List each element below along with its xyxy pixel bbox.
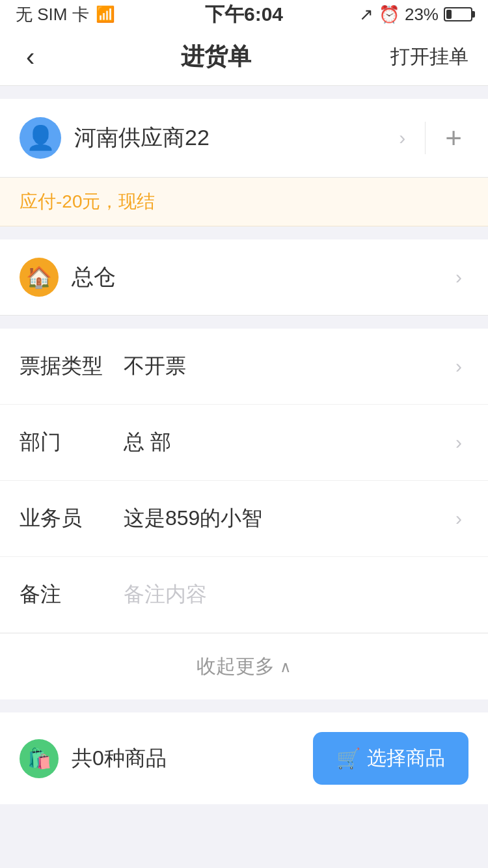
form-row-remark[interactable]: 备注 备注内容 — [0, 557, 488, 633]
select-product-label: 选择商品 — [367, 745, 445, 772]
form-row-salesperson[interactable]: 业务员 这是859的小智 › — [0, 481, 488, 557]
invoice-value: 不开票 — [111, 352, 455, 381]
warehouse-chevron-icon: › — [455, 266, 462, 288]
status-bar: 无 SIM 卡 📶 下午6:04 ↗ ⏰ 23% — [0, 0, 488, 29]
warehouse-section: 🏠 总仓 › — [0, 239, 488, 316]
section-gap-3 — [0, 316, 488, 329]
form-section: 票据类型 不开票 › 部门 总 部 › 业务员 这是859的小智 › 备注 备注… — [0, 329, 488, 699]
section-gap-2 — [0, 226, 488, 239]
collapse-button[interactable]: 收起更多 ∧ — [0, 633, 488, 699]
warehouse-icon-wrap: 🏠 — [20, 258, 59, 297]
vertical-divider — [425, 122, 426, 154]
carrier-text: 无 SIM 卡 — [16, 3, 89, 26]
product-row: 🛍️ 共0种商品 🛒 选择商品 — [0, 712, 488, 804]
avatar-icon: 👤 — [26, 124, 55, 152]
bottom-fill — [0, 804, 488, 868]
supplier-notice: 应付-20元，现结 — [0, 178, 488, 226]
page-title: 进货单 — [181, 41, 251, 73]
supplier-name: 河南供应商22 — [74, 123, 399, 153]
battery-percent: 23% — [405, 5, 439, 25]
remark-label: 备注 — [20, 580, 111, 609]
product-count: 共0种商品 — [72, 744, 313, 773]
salesperson-chevron-icon: › — [455, 508, 462, 530]
battery-bar — [444, 7, 472, 21]
form-row-invoice[interactable]: 票据类型 不开票 › — [0, 329, 488, 405]
supplier-avatar: 👤 — [20, 117, 61, 159]
battery-fill — [446, 10, 452, 19]
warehouse-row[interactable]: 🏠 总仓 › — [0, 239, 488, 316]
department-value: 总 部 — [111, 428, 455, 457]
collapse-label: 收起更多 — [197, 653, 275, 680]
select-product-icon: 🛒 — [336, 747, 360, 770]
invoice-label: 票据类型 — [20, 352, 111, 381]
warehouse-icon: 🏠 — [26, 265, 52, 290]
status-right: ↗ ⏰ 23% — [359, 5, 472, 25]
form-row-department[interactable]: 部门 总 部 › — [0, 405, 488, 481]
product-icon: 🛍️ — [27, 747, 51, 770]
supplier-chevron-icon: › — [399, 127, 405, 149]
remark-placeholder: 备注内容 — [111, 580, 468, 609]
invoice-chevron-icon: › — [455, 355, 462, 377]
status-left: 无 SIM 卡 📶 — [16, 3, 115, 26]
warehouse-name: 总仓 — [72, 262, 455, 292]
add-supplier-button[interactable]: + — [439, 122, 468, 154]
department-label: 部门 — [20, 428, 111, 457]
product-icon-wrap: 🛍️ — [20, 739, 59, 778]
salesperson-label: 业务员 — [20, 504, 111, 533]
nav-bar: ‹ 进货单 打开挂单 — [0, 29, 488, 86]
product-section: 🛍️ 共0种商品 🛒 选择商品 — [0, 712, 488, 804]
select-product-button[interactable]: 🛒 选择商品 — [313, 732, 468, 785]
department-chevron-icon: › — [455, 431, 462, 454]
location-icon: ↗ — [359, 5, 373, 25]
section-gap-4 — [0, 699, 488, 712]
supplier-section: 👤 河南供应商22 › + 应付-20元，现结 — [0, 99, 488, 226]
collapse-arrow-icon: ∧ — [280, 658, 291, 676]
section-gap-1 — [0, 86, 488, 99]
supplier-row[interactable]: 👤 河南供应商22 › + — [0, 99, 488, 178]
alarm-icon: ⏰ — [379, 5, 400, 25]
wifi-icon: 📶 — [96, 5, 115, 23]
status-time: 下午6:04 — [205, 1, 283, 28]
open-pending-button[interactable]: 打开挂单 — [390, 44, 468, 70]
salesperson-value: 这是859的小智 — [111, 504, 455, 533]
back-button[interactable]: ‹ — [20, 36, 41, 78]
